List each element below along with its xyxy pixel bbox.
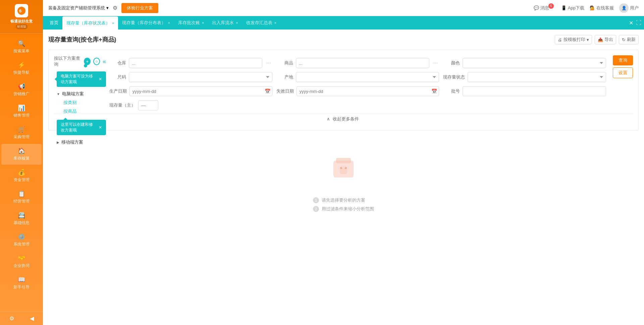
sidebar-item-finance[interactable]: 💰 资金管理 <box>1 165 42 186</box>
batch-input[interactable] <box>463 86 606 96</box>
scheme-group-pc-header[interactable]: ▼ 电脑端方案 <box>54 90 106 98</box>
sidebar-logo: 6 畅通诶好生意 标准版 <box>0 0 43 34</box>
export-label: 导出 <box>604 37 613 43</box>
produce-date-calendar-icon[interactable]: 📅 <box>265 89 270 94</box>
tab-bar: 首页 现存量（库存状况表） × 现存量（库存分布表） × 库存批次账 × 出入库… <box>43 16 644 30</box>
back-scheme-btn[interactable]: « <box>103 58 106 65</box>
arrow-icon: ▼ <box>57 92 60 96</box>
tab-home[interactable]: 首页 <box>46 16 62 30</box>
sidebar-item-label: 企业协同 <box>13 263 30 269</box>
sidebar-item-enterprise[interactable]: 🤝 企业协同 <box>1 251 42 272</box>
arrow-right-icon: ▶ <box>57 141 59 144</box>
stock-main-label: 现存量（主） <box>109 102 136 108</box>
step-1-text: 请先选择要分析的方案 <box>322 197 365 203</box>
produce-date-label: 生产日期 <box>109 88 127 94</box>
print-btn[interactable]: 🖨 按模板打印 ▾ <box>555 35 592 44</box>
gear-icon[interactable]: ⚙ <box>113 5 117 11</box>
stock-status-select[interactable] <box>468 72 606 82</box>
collapse-sidebar-icon[interactable]: ◀ <box>30 315 34 322</box>
user-item[interactable]: 👤 用户 <box>619 3 639 13</box>
sidebar-item-system[interactable]: ⚙️ 系统管理 <box>1 230 42 251</box>
online-service-item[interactable]: 💁 在线客服 <box>590 5 614 11</box>
sidebar-item-sales[interactable]: 📊 销售管理 <box>1 101 42 122</box>
tab-inventory-dist-close[interactable]: × <box>168 21 170 25</box>
sidebar-item-label: 搜索菜单 <box>13 48 30 54</box>
scheme-list: ▼ 电脑端方案 按类别 按商品 <box>54 90 106 116</box>
query-action-btns: 查询 设置 <box>613 55 633 78</box>
logo-text: 畅通诶好生意 <box>10 19 33 23</box>
search-btn[interactable]: 查询 <box>613 55 633 65</box>
tab-bar-actions: ✕ ⛶ <box>629 20 641 26</box>
content-area: 现存量查询(按仓库+商品) 🖨 按模板打印 ▾ 📤 导出 ↻ 刷新 <box>43 30 644 325</box>
sidebar-item-marketing[interactable]: 📢 营销推广 <box>1 79 42 100</box>
inventory-icon: 🏠 <box>18 147 25 155</box>
size-select[interactable] <box>129 72 272 82</box>
sidebar-item-purchase[interactable]: 🛒 采购管理 <box>1 122 42 143</box>
collapse-bar[interactable]: ∧ 收起更多条件 <box>54 113 633 125</box>
color-select[interactable] <box>463 58 606 68</box>
close-tabs-icon[interactable]: ✕ <box>629 20 633 26</box>
edit-scheme-btn[interactable]: ○ <box>93 58 100 65</box>
tab-collect-summary[interactable]: 收发存汇总表 × <box>242 16 280 30</box>
export-btn[interactable]: 📤 导出 <box>595 35 616 44</box>
sidebar-item-basicinfo[interactable]: 📇 基础信息 <box>1 208 42 229</box>
sidebar-item-operations[interactable]: 📋 经营管理 <box>1 187 42 208</box>
logo-icon: 6 <box>15 4 28 17</box>
maximize-icon[interactable]: ⛶ <box>636 20 641 26</box>
avatar: 👤 <box>619 3 629 13</box>
goods-dots[interactable]: ··· <box>432 60 439 66</box>
system-dropdown[interactable]: 装备及固定资产辅助管理系统 ▾ <box>48 5 109 11</box>
tooltip1-close[interactable]: ✕ <box>99 77 102 82</box>
scheme-group-mobile: ▶ 移动端方案 <box>54 138 106 147</box>
scheme-item-goods[interactable]: 按商品 <box>54 107 106 116</box>
sidebar-item-label: 采购管理 <box>13 134 30 140</box>
tooltip2-close[interactable]: ✕ <box>99 125 102 130</box>
goods-input[interactable] <box>296 58 429 68</box>
sidebar-item-label: 销售管理 <box>13 113 30 118</box>
origin-label: 产地 <box>276 74 293 80</box>
scheme-group-mobile-header[interactable]: ▶ 移动端方案 <box>54 138 106 147</box>
tab-inventory-status[interactable]: 现存量（库存状况表） × <box>62 16 118 30</box>
sidebar-item-quicknav[interactable]: ⚡ 快捷导航 <box>1 58 42 79</box>
expire-date-input[interactable] <box>297 86 439 96</box>
tab-collect-summary-close[interactable]: × <box>274 21 276 25</box>
produce-date-input[interactable] <box>129 86 272 96</box>
origin-select[interactable] <box>296 72 439 82</box>
industry-btn[interactable]: 体验行业方案 <box>121 3 158 13</box>
warehouse-dots[interactable]: ··· <box>265 60 272 66</box>
tab-batch-account[interactable]: 库存批次账 × <box>174 16 208 30</box>
size-field: 尺码 <box>109 72 272 82</box>
settings-icon[interactable]: ⚙ <box>9 315 14 322</box>
tab-inventory-status-close[interactable]: × <box>112 21 114 25</box>
tooltip1: 电脑方案可设为移动方案哦 ✕ <box>57 71 106 87</box>
tab-in-out-flow[interactable]: 出入库流水 × <box>208 16 242 30</box>
sidebar: 6 畅通诶好生意 标准版 🔍 搜索菜单 ⚡ 快捷导航 📢 营销推广 📊 销售管理… <box>0 0 43 325</box>
reset-btn[interactable]: 设置 <box>613 67 633 78</box>
goods-field: 商品 ··· <box>276 58 439 68</box>
expire-date-label: 失效日期 <box>276 88 294 94</box>
empty-icon <box>327 151 360 191</box>
empty-steps: 1 请先选择要分析的方案 2 用过滤条件来缩小分析范围 <box>313 197 374 215</box>
stock-status-field: 现存量状态 <box>443 72 606 82</box>
header-left: 装备及固定资产辅助管理系统 ▾ ⚙ 体验行业方案 <box>48 3 158 13</box>
notification-item[interactable]: 💬 消息 6 <box>534 5 556 11</box>
size-label: 尺码 <box>109 74 126 80</box>
app-download-item[interactable]: 📱 App下载 <box>561 5 584 11</box>
connector-dot <box>84 64 87 67</box>
notification-label: 消息 <box>540 5 549 11</box>
scheme-group-pc: ▼ 电脑端方案 按类别 按商品 <box>54 90 106 116</box>
tab-batch-account-close[interactable]: × <box>202 21 204 25</box>
quicknav-icon: ⚡ <box>18 61 25 69</box>
filter-row-4: 现存量（主） <box>109 100 633 110</box>
stock-main-input[interactable] <box>138 100 158 110</box>
expire-date-calendar-icon[interactable]: 📅 <box>431 89 437 94</box>
sidebar-item-search[interactable]: 🔍 搜索菜单 <box>1 37 42 57</box>
refresh-btn[interactable]: ↻ 刷新 <box>619 35 639 44</box>
warehouse-input[interactable] <box>129 58 262 68</box>
tab-inventory-dist[interactable]: 现存量（库存分布表） × <box>118 16 174 30</box>
logo-badge: 标准版 <box>16 24 28 29</box>
sidebar-item-newguide[interactable]: 📖 新手引导 <box>1 273 42 293</box>
scheme-item-category[interactable]: 按类别 <box>54 98 106 107</box>
sidebar-item-inventory[interactable]: 🏠 库存核算 <box>1 144 42 165</box>
tab-in-out-flow-close[interactable]: × <box>236 21 238 25</box>
